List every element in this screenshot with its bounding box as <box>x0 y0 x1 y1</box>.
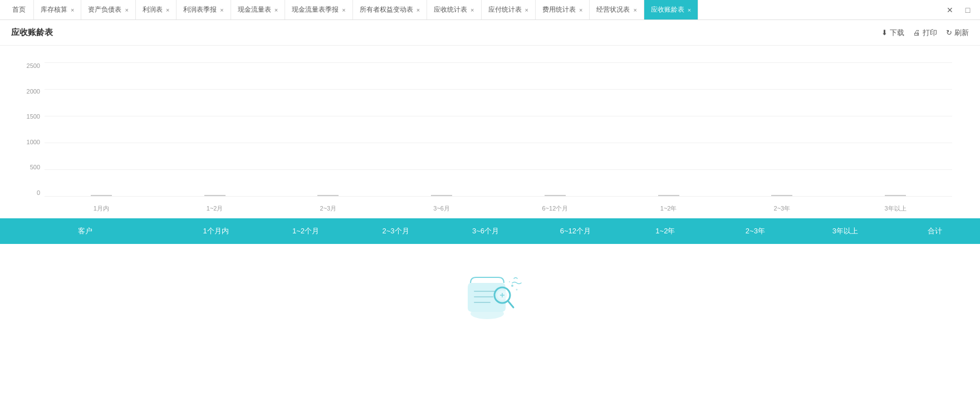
page-title: 应收账龄表 <box>11 27 53 38</box>
th-year23: 2~3年 <box>710 218 800 244</box>
chart-area: 2500 2000 1500 1000 500 0 <box>0 46 980 218</box>
main-content: 2500 2000 1500 1000 500 0 <box>0 46 980 401</box>
print-button[interactable]: 🖨 打印 <box>913 28 937 38</box>
tab-close-cashflow-q[interactable]: × <box>342 7 345 13</box>
bar-612m <box>545 195 566 196</box>
tab-close-payable-stats[interactable]: × <box>525 7 528 13</box>
svg-point-9 <box>511 285 513 287</box>
x-label-12y: 1~2年 <box>612 204 726 213</box>
tab-cashflow-quarterly[interactable]: 现金流量表季报 × <box>285 0 352 20</box>
refresh-icon: ↻ <box>946 28 952 37</box>
tab-close-expense[interactable]: × <box>579 7 582 13</box>
page-header: 应收账龄表 ⬇ 下载 🖨 打印 ↻ 刷新 <box>0 20 980 46</box>
empty-state <box>0 244 980 401</box>
tab-receivable-aging[interactable]: 应收账龄表 × <box>644 0 698 20</box>
tab-close-inventory[interactable]: × <box>71 7 74 13</box>
bar-group-12y <box>612 195 726 196</box>
th-month36: 3~6个月 <box>440 218 530 244</box>
empty-icon <box>457 266 523 322</box>
tab-expense-stats[interactable]: 费用统计表 × <box>536 0 590 20</box>
y-label-1500: 1500 <box>27 113 40 120</box>
bar-23m <box>317 195 339 196</box>
download-button[interactable]: ⬇ 下载 <box>881 28 904 38</box>
tab-inventory[interactable]: 库存核算 × <box>34 0 81 20</box>
y-label-0: 0 <box>37 189 40 196</box>
bar-group-36m <box>385 195 498 196</box>
x-label-36m: 3~6月 <box>385 204 498 213</box>
x-label-1m: 1月内 <box>45 204 158 213</box>
bar-group-3yplus <box>839 195 952 196</box>
th-month612: 6~12个月 <box>531 218 620 244</box>
window-controls: ✕ □ <box>942 2 976 18</box>
th-month12: 1~2个月 <box>261 218 350 244</box>
th-month23: 2~3个月 <box>351 218 440 244</box>
x-label-23m: 2~3月 <box>272 204 385 213</box>
bar-chart: 2500 2000 1500 1000 500 0 <box>17 57 963 213</box>
bar-group-612m <box>498 195 612 196</box>
tab-close-profit-q[interactable]: × <box>220 7 223 13</box>
x-label-3yplus: 3年以上 <box>839 204 952 213</box>
tab-close-cashflow[interactable]: × <box>275 7 278 13</box>
x-label-23y: 2~3年 <box>726 204 839 213</box>
th-customer: 客户 <box>0 218 171 244</box>
tab-cashflow[interactable]: 现金流量表 × <box>231 0 285 20</box>
bar-12m <box>204 195 226 196</box>
bar-3yplus <box>885 195 906 196</box>
y-label-1000: 1000 <box>27 139 40 145</box>
tab-receivable-stats[interactable]: 应收统计表 × <box>427 0 481 20</box>
x-labels: 1月内 1~2月 2~3月 3~6月 6~12个月 1~2年 2~3年 3年以上 <box>45 204 952 213</box>
tab-operations[interactable]: 经营状况表 × <box>590 0 644 20</box>
tab-profit[interactable]: 利润表 × <box>136 0 177 20</box>
tab-close-receivable-stats[interactable]: × <box>471 7 474 13</box>
th-month1: 1个月内 <box>171 218 261 244</box>
y-label-2500-top: 2500 <box>27 62 40 69</box>
svg-line-6 <box>508 301 513 307</box>
tab-close-receivable-aging[interactable]: × <box>688 7 691 13</box>
th-year12: 1~2年 <box>620 218 710 244</box>
bar-group-1m <box>45 195 158 196</box>
y-label-500: 500 <box>30 164 40 170</box>
tab-home[interactable]: 首页 <box>4 0 34 20</box>
th-total: 合计 <box>890 218 980 244</box>
x-label-612m: 6~12个月 <box>498 204 612 213</box>
page-actions: ⬇ 下载 🖨 打印 ↻ 刷新 <box>881 28 969 38</box>
tab-equity[interactable]: 所有者权益变动表 × <box>353 0 427 20</box>
window-maximize-button[interactable]: □ <box>960 2 976 18</box>
x-label-12m: 1~2月 <box>158 204 272 213</box>
bar-1m <box>91 195 112 196</box>
bars-container <box>45 62 952 196</box>
bar-12y <box>658 195 679 196</box>
tab-balance-sheet[interactable]: 资产负债表 × <box>81 0 135 20</box>
window-close-button[interactable]: ✕ <box>942 2 958 18</box>
y-axis: 2500 2000 1500 1000 500 0 <box>17 62 45 196</box>
tab-close-profit[interactable]: × <box>166 7 169 13</box>
svg-point-11 <box>509 281 510 282</box>
grid-line-0 <box>45 196 952 197</box>
download-icon: ⬇ <box>881 28 888 37</box>
bar-group-23m <box>272 195 385 196</box>
tab-close-equity[interactable]: × <box>416 7 420 13</box>
th-year-above3: 3年以上 <box>800 218 890 244</box>
print-icon: 🖨 <box>913 28 920 37</box>
tab-payable-stats[interactable]: 应付统计表 × <box>482 0 536 20</box>
tab-bar: 首页 库存核算 × 资产负债表 × 利润表 × 利润表季报 × 现金流量表 × … <box>0 0 980 20</box>
svg-point-10 <box>516 289 518 291</box>
tab-profit-quarterly[interactable]: 利润表季报 × <box>177 0 231 20</box>
tab-close-balance[interactable]: × <box>125 7 128 13</box>
bar-23y <box>771 195 792 196</box>
table-header: 客户 1个月内 1~2个月 2~3个月 3~6个月 6~12个月 1~2年 2~… <box>0 218 980 244</box>
tab-close-operations[interactable]: × <box>633 7 636 13</box>
bar-36m <box>431 195 452 196</box>
y-label-2000: 2000 <box>27 88 40 95</box>
refresh-button[interactable]: ↻ 刷新 <box>946 28 969 38</box>
bar-group-23y <box>726 195 839 196</box>
bar-group-12m <box>158 195 272 196</box>
